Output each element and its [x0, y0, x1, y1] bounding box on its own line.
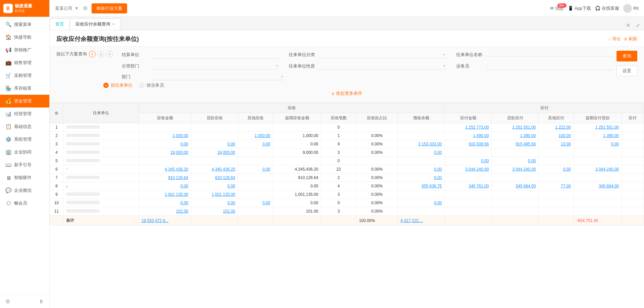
sidebar-item-basic[interactable]: 📋基础信息 [0, 120, 49, 133]
cell-ap-overdue[interactable]: 1,251,551.00 [574, 123, 622, 132]
cell-ar-amount[interactable]: 0.00 [139, 140, 191, 148]
tab-close-icon[interactable]: × [112, 22, 115, 27]
cell-ar-loan[interactable]: 0.00 [191, 199, 238, 207]
tab-home[interactable]: 首页 [50, 18, 70, 30]
settings-gear-icon[interactable]: ⚙ [83, 5, 88, 11]
sidebar-item-hardware[interactable]: 🖥智能硬件 [0, 171, 49, 184]
app-download-button[interactable]: 📱 App下载 [568, 5, 591, 11]
cell-ar-count: 3 [321, 207, 356, 216]
cell-ar-amount[interactable]: 152.00 [139, 207, 191, 216]
sidebar-item-member[interactable]: ⬡畅会员 [0, 197, 49, 210]
query-button[interactable]: 查询 [616, 51, 637, 61]
filter-add-button[interactable]: + [89, 51, 96, 57]
cell-ar-amount[interactable]: 4,345,436.20 [139, 165, 191, 174]
cell-ar-amount[interactable]: 1,001,135.00 [139, 190, 191, 199]
cell-ap-amount[interactable]: 345,761.00 [445, 182, 492, 190]
filter-settings-button[interactable]: 设置 [616, 65, 637, 76]
cell-ar-prepay[interactable]: 655,636.75 [398, 182, 445, 190]
cell-ar-loan[interactable]: 0.00 [191, 182, 238, 190]
partner-category-input[interactable]: ▼ [318, 51, 446, 58]
cell-ap-loan[interactable]: 1,390.00 [492, 132, 539, 140]
cell-ap-overdue[interactable]: 0.00 [574, 140, 622, 148]
cell-ar-amount[interactable]: 0.00 [139, 182, 191, 190]
cell-ar-loan[interactable]: 1,001,135.00 [191, 190, 238, 199]
cell-ap-loan[interactable]: 915,495.56 [492, 140, 539, 148]
settings-icon[interactable]: ⚙ [5, 298, 10, 305]
sidebar-item-wechat[interactable]: 💬企业微信 [0, 184, 49, 197]
cell-ap-amount[interactable]: 0.00 [445, 157, 492, 165]
filter-expand-button[interactable]: « [106, 51, 113, 57]
settlement-unit-input[interactable]: ... [151, 51, 279, 59]
online-service-button[interactable]: 🎧 在线客服 [595, 5, 619, 11]
sidebar-item-operation[interactable]: 📊经营管理 [0, 107, 49, 120]
cell-ap-other[interactable]: 13.00 [539, 140, 574, 148]
cell-ap-overdue[interactable]: 1,390.00 [574, 132, 622, 140]
filter-target-button[interactable]: ⊙ [98, 51, 104, 57]
collapse-filter-button[interactable]: ∧ 收起更多条件 [331, 90, 362, 96]
sidebar-item-system[interactable]: ⚙️系统管理 [0, 133, 49, 146]
partner-nature-input[interactable]: ▼ [318, 63, 446, 70]
expand-window-button[interactable]: ⤢ [634, 21, 641, 30]
dept-mgr-input[interactable]: ▼ [151, 63, 279, 70]
cell-ap-other[interactable]: 0.00 [539, 165, 574, 174]
close-window-button[interactable]: ✕ [625, 21, 632, 30]
cell-ar-other[interactable]: 0.00 [238, 165, 273, 174]
cell-ar-amount[interactable]: 810,126.64 [139, 174, 191, 182]
cell-ar-other[interactable]: 0.00 [238, 140, 273, 148]
cell-ar-amount[interactable]: 0.00 [139, 199, 191, 207]
cell-ar-prepay[interactable]: 0.00 [398, 165, 445, 174]
cta-button[interactable]: 体验行业方案 [92, 3, 127, 13]
cell-ar-amount[interactable]: 1,000.00 [139, 132, 191, 140]
footer-ar-prepay[interactable]: 6,417,215.... [398, 216, 445, 226]
pause-icon[interactable]: ⏸ [39, 299, 44, 305]
mode-by-salesperson[interactable]: ○ 按业务员 [139, 82, 164, 88]
sidebar-item-guide[interactable]: 📖新手引导 [0, 159, 49, 171]
refresh-button[interactable]: ↺ 刷新 [624, 36, 637, 42]
cell-ar-amount[interactable]: 18,000.00 [139, 148, 191, 157]
salesperson-input[interactable]: ... [486, 62, 613, 70]
cell-ap-amount[interactable]: 1,490.00 [445, 132, 492, 140]
tab-ar-balance[interactable]: 应收应付余额查询 × [70, 18, 120, 30]
cell-ap-other[interactable]: 100.00 [539, 132, 574, 140]
sidebar-item-sales[interactable]: 💼销售管理 [0, 56, 49, 69]
company-selector[interactable]: 某某公司 ▼ [55, 5, 79, 11]
cell-ar-prepay[interactable]: 0.00 [398, 174, 445, 182]
sidebar-item-inventory[interactable]: 🏪库存核算 [0, 82, 49, 95]
dept-input[interactable]: ▼ [151, 74, 284, 80]
sidebar-item-finance[interactable]: 💰资金管理 [0, 95, 49, 107]
cell-ar-count: 4 [321, 182, 356, 190]
cell-ap-loan[interactable]: 1,251,551.00 [492, 123, 539, 132]
mode-by-partner[interactable]: ● 按往来单位 [103, 82, 132, 88]
cell-ap-loan[interactable]: 0.00 [492, 157, 539, 165]
cell-ar-loan[interactable]: 0.00 [191, 140, 238, 148]
cell-ar-loan[interactable]: 810,126.64 [191, 174, 238, 182]
cell-ap-amount[interactable]: 915,508.56 [445, 140, 492, 148]
user-menu[interactable]: Rit [623, 4, 639, 13]
cell-ap-loan[interactable]: 345,684.00 [492, 182, 539, 190]
sidebar-item-search[interactable]: 🔍搜索菜单 [0, 18, 49, 31]
cell-ar-loan[interactable]: 4,345,436.20 [191, 165, 238, 174]
messages-button[interactable]: ✉ 消息 99+ [550, 5, 564, 11]
sidebar-item-nav[interactable]: 🏠快捷导航 [0, 31, 49, 44]
cell-ar-prepay[interactable]: 0.00 [398, 199, 445, 207]
cell-ap-loan[interactable]: 3,044,240.00 [492, 165, 539, 174]
cell-ap-overdue[interactable]: 345,684.00 [574, 182, 622, 190]
cell-ap-other[interactable]: 77.00 [539, 182, 574, 190]
sidebar-item-marketing[interactable]: 📢营销推广 [0, 44, 49, 56]
partner-name-input[interactable] [486, 53, 613, 56]
export-button[interactable]: ↑ 导出 [609, 36, 621, 42]
settings-col-icon[interactable]: ⚙ [55, 111, 58, 116]
cell-ar-prepay[interactable]: 2,153,333.00 [398, 140, 445, 148]
sidebar-item-purchase[interactable]: 🛒采购管理 [0, 69, 49, 82]
cell-ar-other[interactable]: 0.00 [238, 199, 273, 207]
cell-ap-amount[interactable]: 3,044,240.00 [445, 165, 492, 174]
cell-ap-amount[interactable]: 1,252,773.00 [445, 123, 492, 132]
cell-ap-overdue[interactable]: 3,044,240.00 [574, 165, 622, 174]
cell-ar-loan[interactable]: 18,000.00 [191, 148, 238, 157]
sidebar-item-corp[interactable]: 🏢企业协同 [0, 146, 49, 159]
cell-ap-other[interactable]: 1,222.00 [539, 123, 574, 132]
cell-ar-loan[interactable]: 152.00 [191, 207, 238, 216]
cell-ar-other[interactable]: 1,000.00 [238, 132, 273, 140]
cell-ar-prepay[interactable]: 0.00 [398, 148, 445, 157]
footer-ar-amount[interactable]: 19,553,472,6... [139, 216, 191, 226]
